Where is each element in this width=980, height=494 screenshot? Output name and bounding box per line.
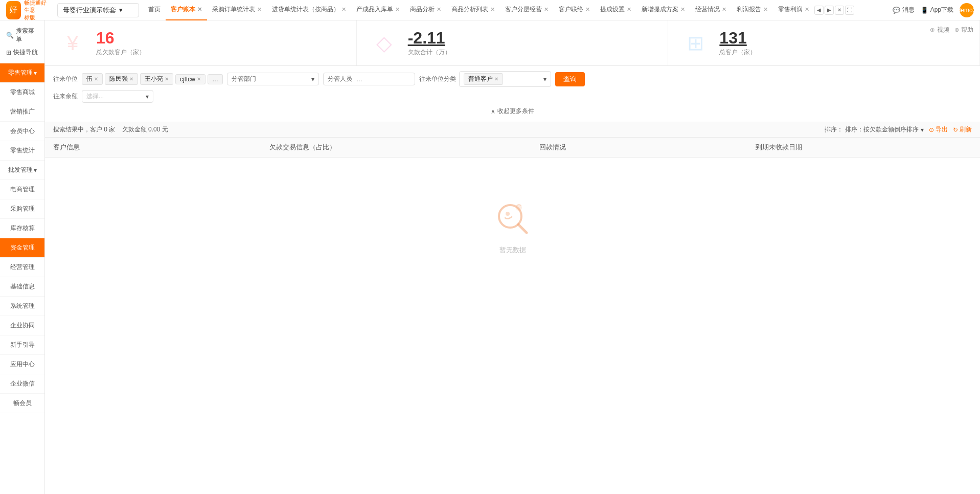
refresh-btn[interactable]: ↻ 刷新 <box>953 125 972 134</box>
tab-customer-ledger[interactable]: 客户账本 ✕ <box>166 0 207 20</box>
sidebar-search[interactable]: 🔍 搜索菜单 <box>3 25 41 46</box>
tab-product-analysis[interactable]: 商品分析 ✕ <box>405 0 446 20</box>
empty-state: 暂无数据 <box>45 158 980 296</box>
remove-tag-wang[interactable]: ✕ <box>165 76 169 82</box>
remove-tag-wu[interactable]: ✕ <box>94 76 98 82</box>
sidebar-item-membership[interactable]: 会员中心 <box>0 122 44 141</box>
close-icon[interactable]: ✕ <box>257 6 262 13</box>
close-icon[interactable]: ✕ <box>627 6 631 13</box>
close-icon[interactable]: ✕ <box>395 6 400 13</box>
close-icon[interactable]: ✕ <box>805 6 809 13</box>
help-btn[interactable]: ⊙ 帮助 <box>954 26 973 34</box>
avatar[interactable]: demo2 <box>960 3 974 17</box>
filter-unit-type-select[interactable]: 普通客户 ✕ ▾ <box>459 71 551 87</box>
sidebar-item-retail-mall[interactable]: 零售商城 <box>0 83 44 102</box>
close-icon[interactable]: ✕ <box>197 6 202 13</box>
close-icon[interactable]: ✕ <box>437 6 441 13</box>
tab-profit-report[interactable]: 利润报告 ✕ <box>732 0 773 20</box>
stat-info-total: 131 总客户（家） <box>719 30 756 57</box>
message-btn[interactable]: 💬 消息 <box>893 6 915 14</box>
tab-add-commission[interactable]: 新增提成方案 ✕ <box>636 0 690 20</box>
tab-customer-tier[interactable]: 客户分层经营 ✕ <box>500 0 554 20</box>
sidebar-quick-nav[interactable]: ⊞ 快捷导航 <box>3 46 41 59</box>
tab-expand[interactable]: ⛶ <box>845 6 854 15</box>
tab-inbound-stats[interactable]: 进货单统计表（按商品） ✕ <box>267 0 351 20</box>
ellipsis-icon: … <box>356 76 362 83</box>
stat-label-customers: 总欠款客户（家） <box>96 48 145 57</box>
export-btn[interactable]: ⊙ 导出 <box>929 125 948 134</box>
tab-home[interactable]: 首页 <box>143 0 166 20</box>
sidebar-item-ecommerce[interactable]: 电商管理 <box>0 180 44 199</box>
filter-tag-more[interactable]: … <box>208 74 223 84</box>
sidebar-item-retail[interactable]: 零售管理 ▾ <box>0 63 44 83</box>
refresh-icon: ↻ <box>953 126 958 133</box>
sidebar-item-purchase[interactable]: 采购管理 <box>0 199 44 219</box>
tab-product-inbound[interactable]: 产成品入库单 ✕ <box>351 0 405 20</box>
stat-icon-building: ⊞ <box>680 28 711 58</box>
tab-retail-profit[interactable]: 零售利润 ✕ <box>773 0 814 20</box>
sort-select[interactable]: 排序： 排序：按欠款金额倒序排序 ▾ <box>825 125 924 134</box>
tab-customer-contact[interactable]: 客户联络 ✕ <box>554 0 595 20</box>
empty-text: 暂无数据 <box>499 245 526 255</box>
result-bar-right: 排序： 排序：按欠款金额倒序排序 ▾ ⊙ 导出 ↻ 刷新 <box>825 125 972 134</box>
sidebar-item-wechat[interactable]: 企业微信 <box>0 374 44 394</box>
export-icon: ⊙ <box>929 126 934 133</box>
stat-value-total: 131 <box>719 30 756 46</box>
filter-tag-normal-customer[interactable]: 普通客户 ✕ <box>464 73 503 85</box>
sidebar-item-guide[interactable]: 新手引导 <box>0 335 44 355</box>
close-icon[interactable]: ✕ <box>341 6 346 13</box>
tab-arrow-right[interactable]: ▶ <box>825 6 834 15</box>
app-download-btn[interactable]: 📱 App下载 <box>921 6 953 14</box>
remove-tag-chen[interactable]: ✕ <box>129 76 133 82</box>
filter-tag-wu[interactable]: 伍 ✕ <box>82 73 103 85</box>
tab-commission-settings[interactable]: 提成设置 ✕ <box>595 0 636 20</box>
filter-unit-type-cell: 往来单位分类 普通客户 ✕ ▾ <box>419 71 551 87</box>
tab-close-all[interactable]: ✕ <box>835 6 844 15</box>
tab-purchase-order[interactable]: 采购订单统计表 ✕ <box>207 0 267 20</box>
close-icon[interactable]: ✕ <box>680 6 685 13</box>
filter-tag-cjttcw[interactable]: cjttcw ✕ <box>175 74 206 84</box>
search-icon: 🔍 <box>6 32 14 39</box>
logo-text: 畅捷通好生意 标版 <box>24 0 51 21</box>
result-bar: 搜索结果中，客户 0 家 欠款金额 0.00 元 排序： 排序：按欠款金额倒序排… <box>45 122 980 138</box>
filter-person-select[interactable]: 分管人员 … <box>323 73 415 85</box>
remove-tag-cjttcw[interactable]: ✕ <box>197 76 201 82</box>
collapse-more-btn[interactable]: ∧ 收起更多条件 <box>53 106 972 117</box>
sidebar-item-operations[interactable]: 经营管理 <box>0 258 44 277</box>
filter-tag-chen[interactable]: 陈民强 ✕ <box>105 73 138 85</box>
filter-tags-unit: 伍 ✕ 陈民强 ✕ 王小亮 ✕ cjttcw ✕ <box>82 73 223 85</box>
video-btn[interactable]: ⊙ 视频 <box>930 26 949 34</box>
result-count-text: 搜索结果中，客户 0 家 欠款金额 0.00 元 <box>53 125 168 134</box>
sidebar-item-enterprise[interactable]: 企业协同 <box>0 316 44 335</box>
tab-operations[interactable]: 经营情况 ✕ <box>690 0 732 20</box>
sidebar-item-retail-stats[interactable]: 零售统计 <box>0 141 44 161</box>
sidebar-item-system[interactable]: 系统管理 <box>0 297 44 316</box>
query-button[interactable]: 查询 <box>555 72 585 86</box>
stat-label-total: 总客户（家） <box>719 48 756 57</box>
close-icon[interactable]: ✕ <box>544 6 549 13</box>
close-icon[interactable]: ✕ <box>585 6 590 13</box>
filter-balance-select[interactable]: 选择... ▾ <box>82 90 153 103</box>
filter-tag-wang[interactable]: 王小亮 ✕ <box>140 73 173 85</box>
sidebar-item-marketing[interactable]: 营销推广 <box>0 102 44 122</box>
filter-dept-select[interactable]: 分管部门 ▾ <box>227 73 319 85</box>
sidebar-item-basic-info[interactable]: 基础信息 <box>0 277 44 297</box>
sidebar-item-wholesale[interactable]: 批发管理 ▾ <box>0 161 44 180</box>
sidebar-item-finance[interactable]: 资金管理 <box>0 238 44 258</box>
svg-point-2 <box>506 212 510 216</box>
svg-line-1 <box>518 224 527 233</box>
sidebar-item-inventory[interactable]: 库存核算 <box>0 219 44 238</box>
stat-value-amount: -2.11 <box>408 30 451 46</box>
close-icon[interactable]: ✕ <box>722 6 726 13</box>
filter-area: 往来单位 伍 ✕ 陈民强 ✕ 王小亮 ✕ cjttcw <box>45 66 980 122</box>
company-selector[interactable]: 母婴行业演示帐套 ▾ <box>57 3 139 17</box>
more-tags[interactable]: … <box>212 76 218 83</box>
tab-product-analysis-list[interactable]: 商品分析列表 ✕ <box>446 0 500 20</box>
sidebar-item-member[interactable]: 畅会员 <box>0 394 44 413</box>
remove-unit-type-tag[interactable]: ✕ <box>494 76 498 82</box>
tab-arrow-left[interactable]: ◀ <box>814 6 824 15</box>
chevron-icon: ▾ <box>34 70 37 77</box>
close-icon[interactable]: ✕ <box>763 6 768 13</box>
close-icon[interactable]: ✕ <box>490 6 495 13</box>
sidebar-item-app-center[interactable]: 应用中心 <box>0 355 44 374</box>
